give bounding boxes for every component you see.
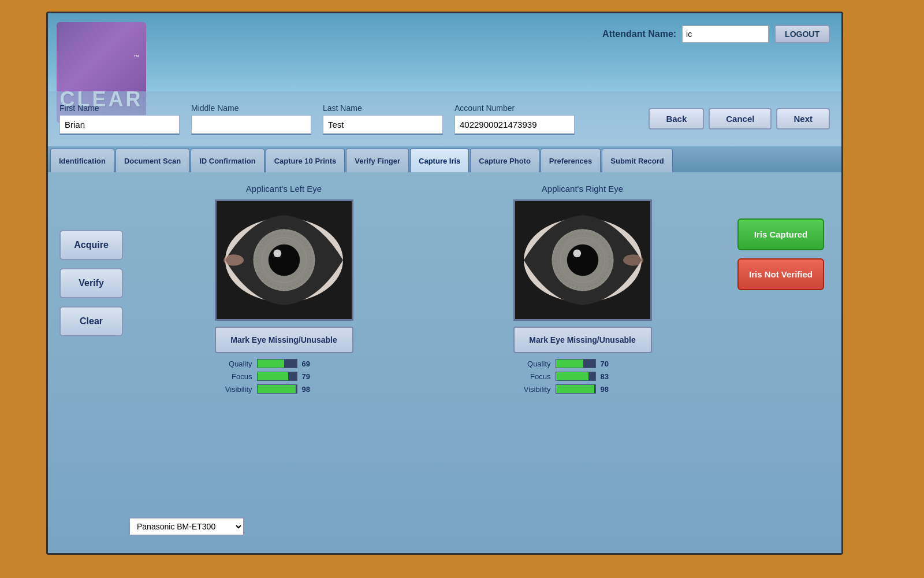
tab-preferences[interactable]: Preferences (541, 149, 601, 172)
verify-button[interactable]: Verify (59, 268, 123, 298)
attendant-area: Attendant Name: LOGOUT (602, 25, 830, 43)
left-focus-bar-fill (258, 372, 289, 380)
right-focus-row: Focus 83 (513, 372, 652, 381)
right-visibility-label: Visibility (513, 385, 551, 394)
logo-tm: ™ (133, 54, 139, 60)
tab-capture-10-prints[interactable]: Capture 10 Prints (266, 149, 345, 172)
right-quality-row: Quality 70 (513, 359, 652, 368)
middle-name-field: Middle Name (191, 103, 311, 135)
right-visibility-value: 98 (601, 385, 609, 394)
cancel-button[interactable]: Cancel (709, 108, 772, 129)
main-content: Acquire Verify Clear Applicant's Left Ey… (48, 172, 841, 553)
left-focus-row: Focus 79 (215, 372, 353, 381)
right-visibility-bar-fill (556, 385, 595, 393)
left-eye-image (215, 199, 353, 321)
right-eye-panel: Applicant's Right Eye (439, 184, 726, 542)
first-name-field: First Name (59, 103, 180, 135)
right-focus-value: 83 (601, 372, 609, 381)
left-focus-value: 79 (302, 372, 310, 381)
tab-identification[interactable]: Identification (50, 149, 114, 172)
left-visibility-bar-fill (258, 385, 296, 393)
right-eye-mark-button[interactable]: Mark Eye Missing/Unusable (513, 327, 652, 353)
attendant-label: Attendant Name: (602, 29, 676, 39)
right-focus-label: Focus (513, 372, 551, 381)
iris-captured-badge: Iris Captured (737, 218, 824, 250)
left-quality-row: Quality 69 (215, 359, 353, 368)
left-visibility-bar-bg (257, 384, 297, 394)
left-eye-panel: Applicant's Left Eye (140, 184, 427, 542)
tab-capture-photo[interactable]: Capture Photo (470, 149, 539, 172)
form-area: First Name Middle Name Last Name Account… (48, 91, 841, 146)
right-eye-image (513, 199, 652, 321)
left-eye-title: Applicant's Left Eye (246, 184, 322, 194)
account-number-input[interactable] (454, 115, 575, 135)
header: CLEAR ™ Attendant Name: LOGOUT First Nam… (48, 13, 841, 146)
right-quality-label: Quality (513, 360, 551, 368)
camera-select[interactable]: Panasonic BM-ET300 (129, 517, 244, 536)
eyes-container: Applicant's Left Eye (140, 184, 726, 542)
middle-name-input[interactable] (191, 115, 311, 135)
svg-point-16 (573, 250, 581, 258)
tab-capture-iris[interactable]: Capture Iris (410, 149, 469, 172)
camera-dropdown-area: Panasonic BM-ET300 (129, 517, 244, 536)
tabs-bar: Identification Document Scan ID Confirma… (48, 146, 841, 172)
first-name-label: First Name (59, 103, 180, 113)
right-quality-bar-bg (556, 359, 596, 368)
svg-point-7 (273, 250, 281, 258)
svg-point-8 (223, 254, 244, 265)
left-quality-value: 69 (302, 360, 310, 368)
attendant-input[interactable] (682, 25, 769, 43)
clear-button[interactable]: Clear (59, 306, 123, 336)
left-visibility-row: Visibility 98 (215, 384, 353, 394)
left-focus-label: Focus (215, 372, 252, 381)
first-name-input[interactable] (59, 115, 180, 135)
logout-button[interactable]: LOGOUT (774, 25, 830, 43)
right-quality-bar-fill (556, 360, 584, 368)
left-eye-metrics: Quality 69 Focus 79 Visibi (215, 359, 353, 394)
right-eye-title: Applicant's Right Eye (542, 184, 623, 194)
tab-document-scan[interactable]: Document Scan (116, 149, 189, 172)
tab-id-confirmation[interactable]: ID Confirmation (191, 149, 264, 172)
left-quality-bar-bg (257, 359, 297, 368)
left-focus-bar-bg (257, 372, 297, 381)
iris-not-verified-badge: Iris Not Verified (737, 258, 824, 290)
back-button[interactable]: Back (649, 108, 704, 129)
account-number-field: Account Number (454, 103, 575, 135)
right-eye-metrics: Quality 70 Focus 83 Visibi (513, 359, 652, 394)
left-visibility-value: 98 (302, 385, 310, 394)
left-quality-label: Quality (215, 360, 252, 368)
status-panel: Iris Captured Iris Not Verified (737, 184, 830, 542)
right-visibility-bar-bg (556, 384, 596, 394)
svg-point-15 (567, 244, 598, 276)
form-buttons: Back Cancel Next (649, 108, 830, 129)
next-button[interactable]: Next (776, 108, 830, 129)
last-name-input[interactable] (323, 115, 443, 135)
account-number-label: Account Number (454, 103, 575, 113)
tab-verify-finger[interactable]: Verify Finger (346, 149, 409, 172)
right-visibility-row: Visibility 98 (513, 384, 652, 394)
left-quality-bar-fill (258, 360, 285, 368)
right-quality-value: 70 (601, 360, 609, 368)
acquire-button[interactable]: Acquire (59, 230, 123, 260)
svg-point-17 (623, 254, 643, 265)
last-name-label: Last Name (323, 103, 443, 113)
tab-submit-record[interactable]: Submit Record (602, 149, 672, 172)
left-panel: Acquire Verify Clear (59, 184, 129, 542)
last-name-field: Last Name (323, 103, 443, 135)
right-focus-bar-bg (556, 372, 596, 381)
left-eye-mark-button[interactable]: Mark Eye Missing/Unusable (215, 327, 353, 353)
right-focus-bar-fill (556, 372, 588, 380)
middle-name-label: Middle Name (191, 103, 311, 113)
left-visibility-label: Visibility (215, 385, 252, 394)
main-screen: CLEAR ™ Attendant Name: LOGOUT First Nam… (46, 12, 843, 555)
svg-point-6 (268, 244, 299, 276)
